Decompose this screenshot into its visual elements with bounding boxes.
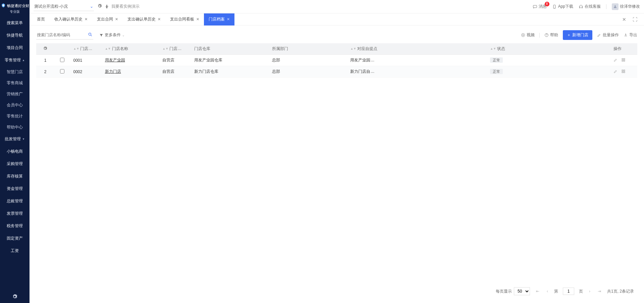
sidebar-item-wholesale[interactable]: 批发管理▼	[0, 133, 30, 145]
toolbar: 更多条件 ⌄ 视频 帮助 ＋ 新增门店	[36, 30, 637, 40]
app-download-button[interactable]: App下载	[552, 4, 573, 9]
page-input[interactable]	[563, 288, 574, 295]
close-icon[interactable]: ✕	[115, 17, 118, 21]
row-more-button[interactable]	[621, 58, 626, 63]
tab-expense-board[interactable]: 支出合同看板✕	[165, 13, 204, 26]
qr-icon	[621, 69, 626, 73]
help-button[interactable]: 帮助	[544, 32, 558, 38]
demo-link[interactable]: 我要看实例演示	[105, 4, 140, 9]
th-type[interactable]: ▲▼门店…	[159, 43, 191, 55]
sidebar-item-search-menu[interactable]: 搜索菜单	[0, 17, 30, 29]
cell-code: 0002	[70, 66, 102, 78]
sidebar-item-label: 采购管理	[7, 161, 23, 167]
more-filters-button[interactable]: 更多条件 ⌄	[99, 32, 125, 38]
sidebar-item-label: 快捷导航	[7, 33, 23, 38]
online-service-button[interactable]: 在线客服	[579, 4, 601, 9]
search-button[interactable]	[88, 32, 93, 38]
fullscreen-button[interactable]: ⛶	[631, 16, 639, 23]
sidebar-item-inventory[interactable]: 库存核算	[0, 170, 30, 183]
sort-icon: ▲▼	[162, 48, 168, 50]
tab-label: 支出合同	[97, 16, 113, 22]
svg-rect-15	[622, 71, 623, 72]
online-service-label: 在线客服	[585, 4, 601, 9]
sidebar-item-label: 工资	[11, 248, 19, 254]
store-name-link[interactable]: 新力门店	[105, 69, 121, 74]
row-checkbox[interactable]	[60, 69, 64, 73]
brand: 畅捷通好业财 专业版	[0, 0, 30, 17]
svg-rect-11	[622, 60, 623, 61]
divider	[606, 4, 606, 9]
table-header: ▲▼门店… ▲▼门店名称 ▲▼门店… 门店仓库 所属部门 ▲▼对应自提点 ▲▼状…	[36, 43, 637, 55]
th-pickup[interactable]: ▲▼对应自提点	[347, 43, 487, 55]
gear-icon	[12, 294, 17, 299]
row-edit-button[interactable]	[613, 58, 618, 63]
export-button[interactable]: 导出	[624, 32, 637, 38]
th-name[interactable]: ▲▼门店名称	[102, 43, 159, 55]
sidebar-item-fixed-assets[interactable]: 固定资产	[0, 232, 30, 245]
close-icon[interactable]: ✕	[158, 17, 161, 21]
user-menu[interactable]: 徐泽华修改	[612, 3, 640, 10]
export-icon	[624, 33, 628, 37]
video-button[interactable]: 视频	[521, 32, 535, 38]
sidebar-item-ecommerce[interactable]: 小畅电商	[0, 145, 30, 158]
messages-button[interactable]: 消息 8	[533, 4, 547, 9]
sidebar-settings-button[interactable]	[0, 291, 30, 303]
sidebar-item-tax[interactable]: 税务管理	[0, 220, 30, 232]
search-input[interactable]	[37, 33, 88, 37]
sidebar-subitem-help-center[interactable]: 帮助中心	[0, 122, 30, 133]
close-icon[interactable]: ✕	[85, 17, 88, 21]
status-badge: 正常	[490, 69, 503, 74]
column-settings-button[interactable]	[36, 43, 54, 55]
topbar: 测试分开流程-小况 ⌄ 我要看实例演示 消息 8	[30, 0, 644, 13]
th-code[interactable]: ▲▼门店…	[70, 43, 102, 55]
add-store-button[interactable]: ＋ 新增门店	[563, 30, 592, 40]
cell-type: 自营店	[159, 66, 191, 78]
tab-expense-contract[interactable]: 支出合同✕	[92, 13, 123, 26]
first-page-button[interactable]: ⇤	[535, 288, 541, 294]
row-checkbox[interactable]	[60, 58, 64, 62]
close-icon[interactable]: ✕	[196, 17, 199, 21]
batch-button[interactable]: 批量操作	[597, 32, 619, 38]
tab-income-history[interactable]: 收入确认单历史✕	[50, 13, 92, 26]
store-name-link[interactable]: 用友产业园	[105, 58, 125, 62]
sidebar-subitem-smart-store[interactable]: 智慧门店	[0, 66, 30, 78]
sidebar-subitem-member[interactable]: 会员中心	[0, 100, 30, 111]
per-page-select[interactable]: 50	[514, 287, 530, 295]
app-download-label: App下载	[558, 4, 573, 9]
th-label: 门店…	[80, 46, 92, 51]
last-page-button[interactable]: ⇥	[596, 288, 602, 294]
sidebar-item-label: 营销推广	[7, 92, 23, 96]
sidebar-subitem-marketing[interactable]: 营销推广	[0, 89, 30, 100]
sidebar-item-quick-nav[interactable]: 快捷导航	[0, 29, 30, 42]
help-label: 帮助	[550, 32, 558, 38]
sidebar-item-invoice[interactable]: 发票管理	[0, 207, 30, 220]
sidebar-subitem-retail-mall[interactable]: 零售商城	[0, 78, 30, 89]
close-all-tabs-button[interactable]: ✕	[621, 16, 628, 23]
sidebar-subitem-retail-stats[interactable]: 零售统计	[0, 111, 30, 122]
th-label: 对应自提点	[357, 46, 377, 51]
tab-home[interactable]: 首页	[32, 13, 50, 26]
sidebar-item-purchase[interactable]: 采购管理	[0, 158, 30, 170]
cell-dept: 总部	[269, 66, 347, 78]
th-checkbox	[54, 43, 70, 55]
brand-logo-icon	[1, 3, 6, 9]
row-edit-button[interactable]	[613, 69, 618, 74]
sidebar-item-project-contract[interactable]: 项目合同	[0, 42, 30, 54]
project-selector[interactable]: 测试分开流程-小况 ⌄	[34, 2, 94, 11]
sidebar-item-funds[interactable]: 资金管理	[0, 183, 30, 195]
next-page-button[interactable]: ›	[588, 288, 592, 294]
cell-type: 自营店	[159, 55, 191, 66]
table-body: 1 0001 用友产业园 自营店 用友产业园仓库 总部 用友产业园… 正常	[36, 55, 637, 78]
prev-page-button[interactable]: ‹	[545, 288, 549, 294]
project-settings-button[interactable]	[97, 4, 102, 9]
sort-icon: ▲▼	[105, 48, 111, 50]
tab-store-archive[interactable]: 门店档案✕	[204, 13, 234, 26]
sidebar-item-retail[interactable]: 零售管理▲	[0, 54, 30, 66]
close-icon[interactable]: ✕	[227, 17, 230, 21]
sidebar-item-ledger[interactable]: 总账管理	[0, 195, 30, 207]
th-status[interactable]: ▲▼状态	[487, 43, 610, 55]
svg-rect-14	[624, 70, 625, 71]
tab-expense-history[interactable]: 支出确认单历史✕	[123, 13, 165, 26]
sidebar-item-salary[interactable]: 工资	[0, 245, 30, 257]
row-more-button[interactable]	[621, 69, 626, 74]
